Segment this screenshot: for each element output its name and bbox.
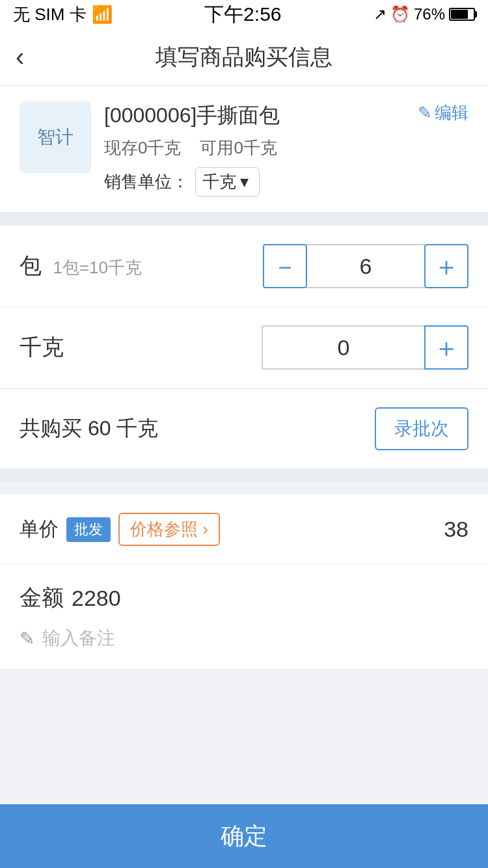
package-stepper: － ＋ <box>263 244 468 288</box>
amount-label: 金额 <box>20 583 64 613</box>
price-tag: 批发 <box>66 517 111 542</box>
amount-section: 金额 2280 ✎ 输入备注 <box>0 564 488 669</box>
wifi-icon: 📶 <box>92 5 113 25</box>
nav-bar: ‹ 填写商品购买信息 <box>0 29 488 86</box>
stock-label: 现存0千克 <box>104 138 181 157</box>
alarm-icon: ⏰ <box>390 5 410 23</box>
package-input-row: 包 1包=10千克 － ＋ <box>0 226 488 307</box>
pencil-icon: ✎ <box>20 628 34 649</box>
product-stock: 现存0千克 可用0千克 <box>104 137 405 159</box>
package-input[interactable] <box>307 244 424 288</box>
status-left: 无 SIM 卡 📶 <box>13 3 113 26</box>
price-ref-button[interactable]: 价格参照 › <box>118 513 220 546</box>
price-label: 单价 <box>20 516 59 543</box>
price-row: 单价 批发 价格参照 › 38 <box>0 495 488 564</box>
price-value: 38 <box>444 517 468 542</box>
price-section: 单价 批发 价格参照 › 38 <box>0 495 488 564</box>
section-divider-2 <box>0 468 488 481</box>
package-plus-button[interactable]: ＋ <box>424 244 468 288</box>
edit-button[interactable]: ✎ 编辑 <box>418 102 468 124</box>
summary-text: 共购买 60 千克 <box>20 414 158 443</box>
unit-value: 千克 <box>202 170 236 193</box>
kg-plus-button[interactable]: ＋ <box>424 325 468 370</box>
back-button[interactable]: ‹ <box>16 42 24 72</box>
kg-label: 千克 <box>20 332 262 362</box>
input-section: 包 1包=10千克 － ＋ 千克 ＋ <box>0 226 488 388</box>
product-name: [0000006]手撕面包 <box>104 102 405 130</box>
chevron-down-icon: ▾ <box>240 172 249 192</box>
location-icon: ↗ <box>373 5 386 23</box>
summary-row: 共购买 60 千克 录批次 <box>0 388 488 468</box>
product-info: [0000006]手撕面包 现存0千克 可用0千克 销售单位： 千克 ▾ <box>104 102 405 197</box>
status-time: 下午2:56 <box>204 1 281 28</box>
section-divider-1 <box>0 213 488 226</box>
unit-label: 销售单位： <box>104 170 189 193</box>
package-minus-button[interactable]: － <box>263 244 307 288</box>
kg-stepper: ＋ <box>262 325 468 370</box>
edit-label: 编辑 <box>435 102 468 124</box>
amount-value: 2280 <box>72 586 121 611</box>
kg-input-row: 千克 ＋ <box>0 307 488 388</box>
edit-icon: ✎ <box>418 103 432 123</box>
package-label: 包 1包=10千克 <box>20 251 263 281</box>
sim-label: 无 SIM 卡 <box>13 3 87 26</box>
confirm-button-label: 确定 <box>221 821 267 852</box>
product-unit-row: 销售单位： 千克 ▾ <box>104 167 405 197</box>
remark-placeholder[interactable]: 输入备注 <box>42 626 115 651</box>
kg-input[interactable] <box>262 325 424 370</box>
product-logo: 智计 <box>37 125 74 150</box>
package-label-text: 包 <box>20 253 42 278</box>
package-hint: 1包=10千克 <box>53 258 142 277</box>
unit-select[interactable]: 千克 ▾ <box>195 167 260 197</box>
remark-row[interactable]: ✎ 输入备注 <box>20 626 468 651</box>
product-image: 智计 <box>20 102 91 173</box>
status-bar: 无 SIM 卡 📶 下午2:56 ↗ ⏰ 76% <box>0 0 488 29</box>
product-card: 智计 [0000006]手撕面包 现存0千克 可用0千克 销售单位： 千克 ▾ … <box>0 86 488 213</box>
available-label: 可用0千克 <box>200 138 277 157</box>
status-right: ↗ ⏰ 76% <box>373 5 475 23</box>
battery-icon <box>449 8 475 21</box>
confirm-button-bar[interactable]: 确定 <box>0 804 488 868</box>
battery-label: 76% <box>414 5 445 23</box>
batch-button[interactable]: 录批次 <box>375 407 468 450</box>
amount-row: 金额 2280 <box>20 583 468 613</box>
page-title: 填写商品购买信息 <box>156 42 332 72</box>
